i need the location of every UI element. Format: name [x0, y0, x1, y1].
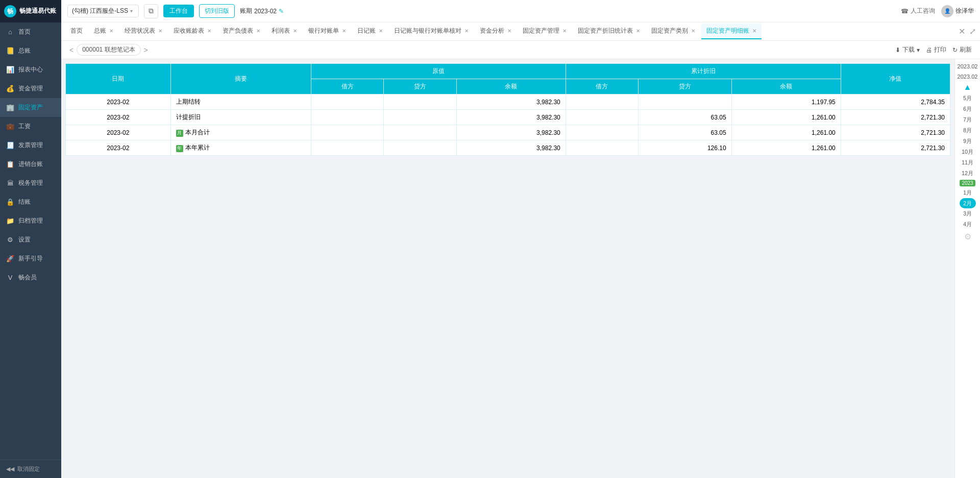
tab-fixed-assets-detail[interactable]: 固定资产明细账 ✕	[701, 23, 762, 39]
tab-depreciation-stats[interactable]: 固定资产折旧统计表 ✕	[573, 23, 645, 39]
panel-month-3[interactable]: 3月	[955, 208, 980, 219]
sidebar-item-label: 归档管理	[18, 217, 43, 225]
breadcrumb-next-button[interactable]: >	[144, 46, 148, 54]
sidebar-item-tax[interactable]: 🏛 税务管理	[0, 174, 61, 193]
workbench-button[interactable]: 工作台	[163, 5, 194, 17]
company-selector[interactable]: (勾稽) 江西服垒-LSS ▾	[67, 5, 139, 17]
tab-close-icon[interactable]: ✕	[109, 28, 113, 34]
tab-close-icon[interactable]: ✕	[256, 28, 260, 34]
tab-fixed-assets-category[interactable]: 固定资产类别 ✕	[646, 23, 700, 39]
maximize-button[interactable]: ⤢	[969, 27, 976, 36]
settings-icon: ⚙	[6, 236, 14, 244]
guide-icon: 🚀	[6, 255, 14, 262]
panel-month-6[interactable]: 6月	[955, 104, 980, 114]
panel-month-9[interactable]: 9月	[955, 136, 980, 147]
sidebar-item-closing[interactable]: 🔒 结账	[0, 193, 61, 211]
panel-year-badge-2023[interactable]: 2023	[960, 180, 975, 186]
sidebar-item-sales[interactable]: 📋 进销台账	[0, 155, 61, 174]
tab-label: 固定资产类别	[651, 27, 688, 35]
period-edit-icon[interactable]: ✎	[279, 8, 284, 15]
tab-balance-sheet[interactable]: 资产负债表 ✕	[217, 23, 265, 39]
sidebar-unpin-button[interactable]: ◀◀ 取消固定	[0, 460, 61, 478]
tab-close-icon[interactable]: ✕	[158, 28, 162, 34]
tab-close-icon[interactable]: ✕	[507, 28, 511, 34]
sidebar-item-fixed-assets[interactable]: 🏢 固定资产	[0, 98, 61, 117]
panel-up-button[interactable]: ▲	[964, 82, 972, 93]
old-version-button[interactable]: 切到旧版	[199, 4, 235, 18]
sidebar-item-reports[interactable]: 📊 报表中心	[0, 60, 61, 79]
tab-close-icon[interactable]: ✕	[464, 28, 469, 34]
panel-month-12[interactable]: 12月	[955, 168, 980, 179]
sidebar-item-settings[interactable]: ⚙ 设置	[0, 230, 61, 249]
tab-label: 固定资产管理	[523, 27, 559, 35]
download-button[interactable]: ⬇ 下载 ▾	[895, 45, 920, 54]
avatar-icon: 👤	[944, 8, 950, 14]
tab-fund-analysis[interactable]: 资金分析 ✕	[475, 23, 517, 39]
app-logo-icon: 畅	[4, 5, 16, 17]
breadcrumb-current[interactable]: 000001 联想笔记本	[77, 44, 140, 56]
sidebar-item-invoices[interactable]: 🧾 发票管理	[0, 136, 61, 155]
cell-date: 2023-02	[66, 110, 171, 125]
sidebar-item-label: 固定资产	[18, 103, 43, 112]
tab-close-icon[interactable]: ✕	[562, 28, 567, 34]
refresh-button[interactable]: ↻ 刷新	[952, 45, 972, 54]
breadcrumb-prev-button[interactable]: <	[69, 46, 74, 54]
col-subheader-acc-balance: 余额	[731, 79, 841, 94]
content-wrapper: 日期 摘要 原值 累计折旧 净值 借方 贷方 余额 借方 贷方 余额	[61, 59, 980, 478]
sidebar-item-guide[interactable]: 🚀 新手引导	[0, 249, 61, 268]
help-icon: ☎	[901, 8, 909, 15]
tab-home[interactable]: 首页	[65, 23, 88, 39]
user-info[interactable]: 👤 徐泽华	[941, 5, 974, 17]
tab-journal-bank-check[interactable]: 日记账与银行对账单核对 ✕	[389, 23, 474, 39]
tab-receivables[interactable]: 应收账龄表 ✕	[168, 23, 216, 39]
print-button[interactable]: 🖨 打印	[926, 45, 946, 54]
tab-ledger[interactable]: 总账 ✕	[89, 23, 118, 39]
tab-bank-statement[interactable]: 银行对账单 ✕	[303, 23, 351, 39]
tab-close-icon[interactable]: ✕	[752, 28, 756, 34]
tab-close-icon[interactable]: ✕	[691, 28, 695, 34]
period-prefix: 账期	[240, 7, 252, 15]
tab-close-icon[interactable]: ✕	[636, 28, 640, 34]
panel-month-10[interactable]: 10月	[955, 147, 980, 157]
sidebar-item-archive[interactable]: 📁 归档管理	[0, 211, 61, 230]
panel-month-4[interactable]: 4月	[955, 219, 980, 230]
funds-icon: 💰	[6, 85, 14, 92]
tab-close-icon[interactable]: ✕	[293, 28, 297, 34]
tab-close-icon[interactable]: ✕	[379, 28, 383, 34]
sidebar-item-funds[interactable]: 💰 资金管理	[0, 79, 61, 98]
tab-business-status[interactable]: 经营状况表 ✕	[119, 23, 167, 39]
copy-button[interactable]: ⧉	[144, 4, 158, 18]
cell-net-value: 2,721.30	[841, 140, 950, 156]
close-all-tabs-button[interactable]: ✕	[959, 27, 965, 36]
sidebar-item-payroll[interactable]: 💼 工资	[0, 117, 61, 136]
panel-month-2[interactable]: 2月	[960, 198, 976, 208]
tab-fixed-assets-mgr[interactable]: 固定资产管理 ✕	[518, 23, 572, 39]
sidebar-item-home[interactable]: ⌂ 首页	[0, 22, 61, 41]
cell-acc-debit	[566, 94, 638, 110]
sidebar-item-member[interactable]: V 畅会员	[0, 268, 61, 287]
tab-close-icon[interactable]: ✕	[207, 28, 211, 34]
tab-label: 应收账龄表	[174, 27, 204, 35]
panel-month-7[interactable]: 7月	[955, 114, 980, 125]
row-badge: 月	[176, 130, 183, 137]
sidebar-item-ledger[interactable]: 📒 总账	[0, 41, 61, 60]
panel-settings-icon[interactable]: ⚙	[964, 230, 971, 244]
tab-label: 经营状况表	[125, 27, 155, 35]
help-button[interactable]: ☎ 人工咨询	[901, 7, 935, 15]
panel-month-5[interactable]: 5月	[955, 93, 980, 104]
tab-journal[interactable]: 日记账 ✕	[352, 23, 388, 39]
tab-label: 资金分析	[480, 27, 504, 35]
chevron-down-icon: ▾	[130, 8, 133, 14]
sidebar-item-label: 首页	[18, 28, 31, 36]
panel-month-1[interactable]: 1月	[955, 187, 980, 198]
cell-net-value: 2,784.35	[841, 94, 950, 110]
download-label: 下载	[902, 45, 915, 54]
col-subheader-orig-debit: 借方	[311, 79, 383, 94]
col-subheader-acc-credit: 贷方	[639, 79, 732, 94]
tab-profit[interactable]: 利润表 ✕	[266, 23, 302, 39]
panel-month-8[interactable]: 8月	[955, 125, 980, 136]
sidebar-item-label: 工资	[18, 122, 31, 131]
tab-close-icon[interactable]: ✕	[342, 28, 346, 34]
period-display: 账期 2023-02 ✎	[240, 7, 284, 15]
panel-month-11[interactable]: 11月	[955, 157, 980, 168]
